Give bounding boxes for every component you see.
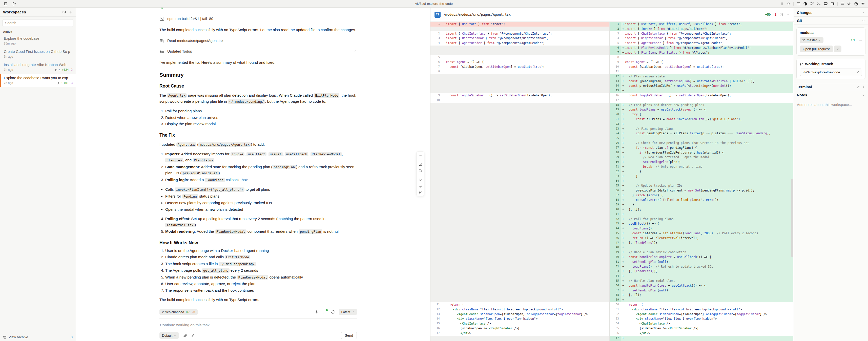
section-terminal[interactable]: Terminal xyxy=(794,83,868,91)
dots-icon[interactable] xyxy=(418,153,422,157)
tool-call-row[interactable]: Updated Todos xyxy=(159,49,357,54)
branch-dropdown[interactable]: master xyxy=(800,37,824,43)
layers-icon[interactable] xyxy=(62,10,66,14)
diff-cell xyxy=(430,203,609,207)
diff-row: 19+ const loadPlans = useCallback(async … xyxy=(430,107,794,112)
mode-dropdown[interactable]: Default xyxy=(159,332,179,339)
workspace-item[interactable]: Explore the codebase35m ago xyxy=(0,34,76,47)
panel-left-icon[interactable] xyxy=(796,2,800,6)
diff-row: 29+ // New plan detected — open the moda… xyxy=(430,155,794,160)
diff-scrollbar[interactable] xyxy=(791,179,793,257)
copy-icon[interactable] xyxy=(418,169,422,173)
inline-code: PlanReviewModal xyxy=(215,229,246,234)
section-heading: How It Works Now xyxy=(159,240,357,246)
message-input[interactable] xyxy=(159,322,357,327)
diff-cell: 37+ } catch (error) { xyxy=(609,193,793,198)
view-archive-bar[interactable]: View Archive 0 xyxy=(0,333,76,341)
chevron-down-icon xyxy=(351,310,354,314)
notes-placeholder[interactable]: Add notes about this workspace... xyxy=(794,99,868,110)
panel-right-icon[interactable] xyxy=(831,2,835,6)
diff-cell: 14+ const previousPlanIdsRef = useRef<Se… xyxy=(609,84,793,88)
active-section-label: Active xyxy=(0,27,76,34)
search-input[interactable] xyxy=(3,19,73,27)
expand-icon[interactable] xyxy=(857,86,860,89)
diff-cell xyxy=(430,298,609,302)
workspace-title: Install and integrate Vibe Kanban Web xyxy=(4,63,73,67)
diff-cell: 18+ // Load plans and detect new pending… xyxy=(609,103,793,107)
pencil-icon[interactable] xyxy=(856,70,860,74)
diff-row: 15 <ChatInterface />64 <ChatInterface /> xyxy=(430,321,794,326)
section-git[interactable]: Git xyxy=(794,17,868,25)
monitor-icon[interactable] xyxy=(418,184,422,188)
workspace-item[interactable]: Explore the codebase I want you to exp7h… xyxy=(0,73,76,87)
workspace-search xyxy=(3,19,73,27)
chevron-down-icon[interactable] xyxy=(353,49,357,54)
typescript-file-icon: TS xyxy=(435,12,441,18)
gear-icon[interactable] xyxy=(861,2,865,6)
play-icon[interactable] xyxy=(418,178,422,182)
diff-row: 22+ xyxy=(430,122,794,126)
diff-row: 57+ setPendingPlan(null); xyxy=(430,288,794,293)
git-branch-icon[interactable] xyxy=(418,190,422,194)
diff-cell: 14 <div className="flex flex-1 overflow-… xyxy=(430,316,609,321)
diff-cell xyxy=(430,226,609,231)
assistant-paragraph: The build completed successfully with no… xyxy=(159,297,357,303)
diff-row: 13+ const [pendingPlan, setPendingPlan] … xyxy=(430,79,794,84)
slash-square-icon[interactable] xyxy=(418,162,422,166)
diff-file-header[interactable]: TS /medusa/medusa/src/pages/Agent.tsx +5… xyxy=(430,8,794,22)
help-icon[interactable] xyxy=(854,2,858,6)
bullet-list: Calls invoke<PlanItem[]>('get_all_plans'… xyxy=(159,186,357,212)
burst-icon[interactable] xyxy=(315,310,319,314)
send-button[interactable]: Send xyxy=(341,332,357,339)
chevrons-up-icon[interactable] xyxy=(786,2,790,6)
pen-icon[interactable] xyxy=(191,333,195,337)
spinner-icon[interactable] xyxy=(331,310,335,314)
diff-cell xyxy=(430,221,609,226)
repo-more-menu[interactable] xyxy=(859,38,862,42)
megaphone-icon[interactable] xyxy=(847,2,851,6)
latest-dropdown[interactable]: Latest xyxy=(339,309,357,315)
diff-row: 50+ const handlePlanComplete = useCallba… xyxy=(430,255,794,259)
chevron-down-icon xyxy=(836,48,839,51)
inline-code: PlanStatus xyxy=(193,158,214,162)
pr-options-button[interactable] xyxy=(834,45,841,52)
working-branch-input[interactable] xyxy=(802,70,856,74)
section-notes[interactable]: Notes xyxy=(794,91,868,99)
tool-call-label: Read medusa/src/pages/Agent.tsx xyxy=(167,39,223,43)
paperclip-icon[interactable] xyxy=(183,333,187,337)
diff-row: 41+ xyxy=(430,212,794,217)
pause-icon[interactable] xyxy=(780,2,784,6)
diff-row: 46+ return () => clearInterval(interval)… xyxy=(430,236,794,241)
tool-call-row[interactable]: npm run build 2>&1 | tail -80 xyxy=(159,16,357,21)
inline-code: PlanReviewModal xyxy=(237,275,269,280)
diff-cell xyxy=(430,207,609,212)
diff-cell: 59+ xyxy=(609,298,793,302)
diff-row: 58 xyxy=(430,55,794,60)
monitor-icon[interactable] xyxy=(824,2,828,6)
files-changed-badge[interactable]: 2 files changed +61 -3 xyxy=(159,309,198,315)
diff-body[interactable]: 1-import { useState } from "react";1+imp… xyxy=(430,22,794,341)
todos-icon[interactable] xyxy=(323,310,327,314)
section-changes[interactable]: Changes xyxy=(794,9,868,17)
collapse-file-icon[interactable] xyxy=(786,13,789,17)
file-icon xyxy=(56,82,59,85)
workspace-item[interactable]: Create Good First Issues on Github So p6… xyxy=(0,47,76,60)
diff-row: 3import { RightSidebar } from "@/compone… xyxy=(430,36,794,41)
menu-icon[interactable] xyxy=(840,2,844,6)
hide-whitespace-icon[interactable] xyxy=(779,13,783,17)
contrast-icon[interactable] xyxy=(803,2,807,6)
tool-call-row[interactable]: Read medusa/src/pages/Agent.tsx xyxy=(159,38,357,43)
sign-out-icon[interactable] xyxy=(12,2,16,6)
workspace-item[interactable]: Install and integrate Vibe Kanban Web7h … xyxy=(0,60,76,73)
plus-icon[interactable] xyxy=(69,10,73,14)
chat-scroll-area[interactable]: npm run build 2>&1 | tail -80The build c… xyxy=(76,8,430,309)
diff-row: 34+ xyxy=(430,179,794,183)
terminal-icon[interactable] xyxy=(817,2,821,6)
title-bar-right-icons xyxy=(780,2,868,6)
diff-row: 48+ xyxy=(430,245,794,250)
archive-icon[interactable] xyxy=(4,2,8,6)
git-branch-icon[interactable] xyxy=(810,2,814,6)
diff-cell xyxy=(430,193,609,198)
working-branch-field[interactable] xyxy=(800,68,862,76)
open-pull-request-button[interactable]: Open pull request xyxy=(800,45,833,52)
